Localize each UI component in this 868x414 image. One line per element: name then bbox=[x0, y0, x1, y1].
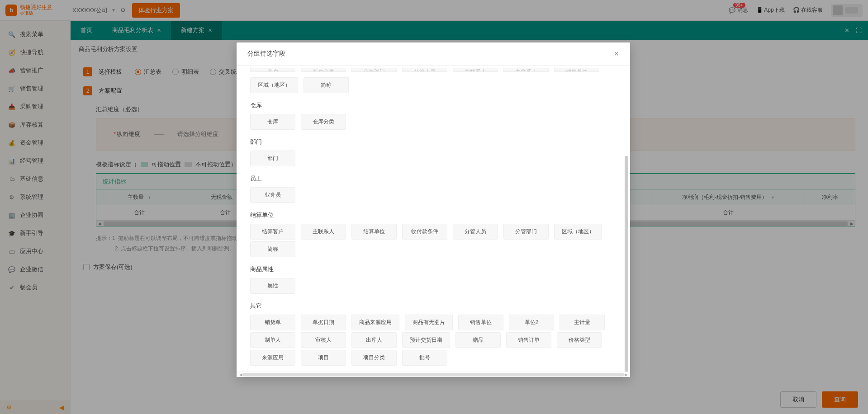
field-chip[interactable]: 区域（地区） bbox=[554, 224, 602, 240]
field-chip[interactable]: 主计量 bbox=[560, 315, 605, 330]
field-chip[interactable]: 单据日期 bbox=[301, 315, 346, 330]
modal-title: 分组待选字段 bbox=[247, 50, 285, 58]
field-chip[interactable]: 制单人 bbox=[250, 332, 295, 348]
field-chip[interactable]: 分管人员 bbox=[402, 68, 447, 72]
field-chip[interactable]: 销售单位 bbox=[554, 68, 599, 72]
chip-row: 制单人审核人出库人预计交货日期赠品销售订单价格类型 bbox=[250, 332, 617, 348]
field-chip[interactable]: 批号 bbox=[402, 350, 447, 366]
field-chip[interactable]: 属性 bbox=[250, 278, 295, 294]
field-chip[interactable]: 单位2 bbox=[509, 315, 554, 330]
field-chip[interactable]: 仓库 bbox=[250, 114, 295, 130]
chip-row: 来源应用项目项目分类批号 bbox=[250, 350, 617, 366]
field-chip[interactable]: 主联系人 bbox=[301, 224, 346, 240]
chip-row: 仓库仓库分类 bbox=[250, 114, 617, 130]
field-chip[interactable]: 赠品 bbox=[455, 332, 501, 348]
v-scrollbar[interactable] bbox=[625, 66, 629, 372]
field-chip[interactable]: 价格类型 bbox=[557, 332, 602, 348]
field-chip[interactable]: 分管人员 bbox=[453, 224, 498, 240]
modal-head: 分组待选字段 ✕ bbox=[237, 42, 630, 66]
chip-row: 销货单单据日期商品来源应用商品有无图片销售单位单位2主计量 bbox=[250, 315, 617, 330]
modal-body: 客户客户分类分管部门分管人员主联系人主联系人销售单位 区域（地区）简称 仓库仓库… bbox=[237, 66, 630, 372]
field-chip[interactable]: 仓库分类 bbox=[301, 114, 346, 130]
field-chip[interactable]: 商品来源应用 bbox=[351, 315, 399, 330]
field-chip[interactable]: 来源应用 bbox=[250, 350, 295, 366]
chip-row: 属性 bbox=[250, 278, 617, 294]
field-group-label: 其它 bbox=[250, 302, 617, 310]
field-chip[interactable]: 客户 bbox=[250, 68, 295, 72]
field-chip[interactable]: 分管部门 bbox=[503, 224, 549, 240]
field-group-label: 商品属性 bbox=[250, 265, 617, 273]
field-chip[interactable]: 业务员 bbox=[250, 187, 295, 203]
field-chip[interactable]: 商品有无图片 bbox=[405, 315, 453, 330]
field-chip[interactable]: 分管部门 bbox=[351, 68, 397, 72]
scroll-thumb bbox=[625, 156, 628, 372]
scroll-thumb bbox=[243, 373, 624, 376]
field-chip[interactable]: 收付款条件 bbox=[402, 224, 447, 240]
field-chip[interactable]: 销售订单 bbox=[506, 332, 551, 348]
field-chip[interactable]: 销售单位 bbox=[458, 315, 503, 330]
field-chip[interactable]: 项目分类 bbox=[351, 350, 397, 366]
field-group-label: 部门 bbox=[250, 138, 617, 146]
chip-row: 部门 bbox=[250, 151, 617, 166]
field-group-label: 结算单位 bbox=[250, 211, 617, 219]
field-chip[interactable]: 审核人 bbox=[301, 332, 346, 348]
field-chip[interactable]: 客户分类 bbox=[301, 68, 346, 72]
chip-row: 业务员 bbox=[250, 187, 617, 203]
field-group-label: 员工 bbox=[250, 174, 617, 183]
field-chip[interactable]: 简称 bbox=[304, 77, 349, 93]
field-chip[interactable]: 主联系人 bbox=[453, 68, 498, 72]
modal-h-scrollbar[interactable]: ◀ ▶ bbox=[237, 372, 630, 377]
scroll-right-icon: ▶ bbox=[624, 372, 628, 377]
chip-row: 区域（地区）简称 bbox=[250, 77, 617, 93]
field-chip[interactable]: 出库人 bbox=[351, 332, 397, 348]
field-chip[interactable]: 区域（地区） bbox=[250, 77, 298, 93]
field-chip[interactable]: 主联系人 bbox=[503, 68, 549, 72]
chip-row: 简称 bbox=[250, 241, 617, 257]
field-chip[interactable]: 项目 bbox=[301, 350, 346, 366]
field-chip[interactable]: 简称 bbox=[250, 241, 295, 257]
field-chip[interactable]: 部门 bbox=[250, 151, 295, 166]
partial-row: 客户客户分类分管部门分管人员主联系人主联系人销售单位 bbox=[250, 68, 617, 72]
field-group-label: 仓库 bbox=[250, 101, 617, 109]
field-chip[interactable]: 结算客户 bbox=[250, 224, 295, 240]
chip-row: 结算客户主联系人结算单位收付款条件分管人员分管部门区域（地区） bbox=[250, 224, 617, 240]
field-chip[interactable]: 销货单 bbox=[250, 315, 295, 330]
field-picker-modal: 分组待选字段 ✕ 客户客户分类分管部门分管人员主联系人主联系人销售单位 区域（地… bbox=[237, 42, 630, 377]
field-chip[interactable]: 结算单位 bbox=[351, 224, 397, 240]
scroll-left-icon: ◀ bbox=[238, 372, 243, 377]
close-icon[interactable]: ✕ bbox=[614, 50, 619, 57]
field-chip[interactable]: 预计交货日期 bbox=[402, 332, 450, 348]
modal-mask[interactable]: 分组待选字段 ✕ 客户客户分类分管部门分管人员主联系人主联系人销售单位 区域（地… bbox=[0, 0, 868, 414]
